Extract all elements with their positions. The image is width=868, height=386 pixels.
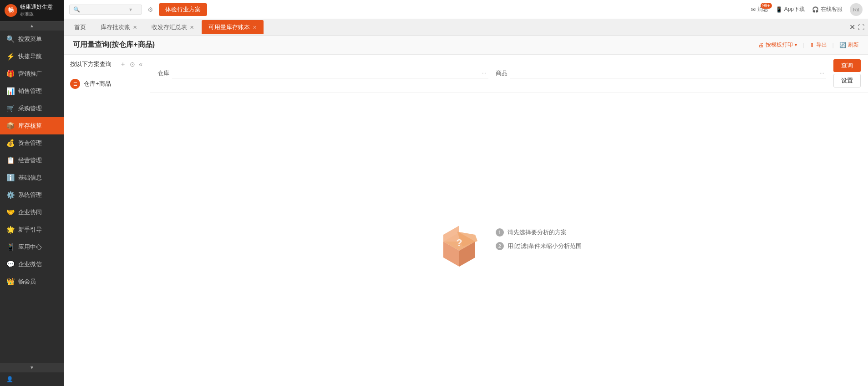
refresh-btn[interactable]: 🔄 刷新 [839,41,859,49]
tab-available-qty-close[interactable]: ✕ [253,25,257,31]
sidebar-item-search[interactable]: 🔍 搜索菜单 [0,31,64,48]
sidebar-item-system[interactable]: ⚙️ 系统管理 [0,186,64,204]
sidebar-header: 畅 畅康通好生意 标准版 [0,0,64,21]
tab-home[interactable]: 首页 [67,20,93,34]
sidebar-item-app-center[interactable]: 📱 应用中心 [0,238,64,256]
query-actions: 查询 设置 [833,59,861,87]
filter-item-warehouse-product[interactable]: ☰ 仓库+商品 [64,74,150,93]
topbar-search-area: 🔍 ▾ [69,5,142,15]
app-download-action[interactable]: 📱 App下载 [776,5,805,13]
sidebar-item-wechat[interactable]: 💬 企业微信 [0,256,64,273]
sidebar-item-label: 基础信息 [18,174,42,182]
page-title: 可用量查询(按仓库+商品) [73,40,155,50]
product-input-wrapper: ··· [510,69,827,78]
warehouse-more-btn[interactable]: ··· [480,70,488,76]
tab-available-qty[interactable]: 可用量库存账本 ✕ [202,20,264,34]
print-btn[interactable]: 🖨 按模板打印 ▾ [758,41,797,49]
sidebar-item-label: 营销推广 [18,70,42,78]
online-service-action[interactable]: 🎧 在线客服 [812,5,843,13]
sidebar-item-finance[interactable]: 💰 资金管理 [0,134,64,152]
app-edition: 标准版 [20,11,53,17]
header-divider-2: | [832,41,834,48]
refresh-label: 刷新 [848,41,859,49]
empty-tip-2: 2 用[过滤]条件来缩小分析范围 [496,242,582,250]
sidebar-item-member[interactable]: 👑 畅会员 [0,273,64,290]
app-download-icon: 📱 [776,6,782,13]
topbar-search-input[interactable] [82,6,127,13]
query-submit-btn[interactable]: 查询 [833,59,861,72]
message-action[interactable]: ✉ 消息 99+ [751,5,768,13]
warehouse-input[interactable] [172,69,480,77]
filter-settings-btn[interactable]: ⊙ [129,59,136,69]
sidebar-item-sales[interactable]: 📊 销售管理 [0,82,64,100]
filter-header: 按以下方案查询 ＋ ⊙ « [64,55,150,74]
sidebar-item-operations[interactable]: 📋 经营管理 [0,152,64,169]
basic-info-icon: ℹ️ [6,174,15,182]
refresh-icon: 🔄 [839,42,846,48]
industry-btn[interactable]: 体验行业方案 [159,3,207,16]
sidebar-item-marketing[interactable]: 🎁 营销推广 [0,65,64,82]
sidebar-item-label: 畅会员 [18,278,36,286]
warehouse-input-wrapper: ··· [172,69,488,78]
main-content: 🔍 ▾ ⚙ 体验行业方案 ✉ 消息 99+ 📱 App下载 🎧 在线客服 Rit [64,0,868,386]
product-label: 商品 [496,69,508,77]
topbar: 🔍 ▾ ⚙ 体验行业方案 ✉ 消息 99+ 📱 App下载 🎧 在线客服 Rit [64,0,868,19]
sidebar-scroll-down[interactable]: ▼ [0,363,64,372]
sidebar-item-enterprise[interactable]: 🤝 企业协同 [0,204,64,221]
topbar-actions: ✉ 消息 99+ 📱 App下载 🎧 在线客服 Rit [751,3,863,16]
warehouse-field: 仓库 ··· [157,69,488,78]
tab-home-label: 首页 [74,23,86,31]
product-input[interactable] [510,69,818,77]
sidebar-item-new-user[interactable]: 🌟 新手引导 [0,221,64,238]
sidebar-item-label: 企业协同 [18,208,42,216]
sidebar-item-label: 系统管理 [18,191,42,199]
tabs-right: ✕ ⛶ [849,23,864,31]
app-center-icon: 📱 [6,243,15,251]
tabs-close-button[interactable]: ✕ [849,23,855,31]
query-settings-btn[interactable]: 设置 [833,74,861,87]
empty-tip-text-2: 用[过滤]条件来缩小分析范围 [508,242,582,250]
product-more-btn[interactable]: ··· [818,70,826,76]
tab-batch-ledger-close[interactable]: ✕ [133,25,137,31]
sidebar-item-label: 应用中心 [18,243,42,251]
avatar[interactable]: Rit [850,3,863,16]
tabs-expand-button[interactable]: ⛶ [858,24,864,31]
sidebar-item-label: 经营管理 [18,156,42,165]
filter-item-icon: ☰ [70,79,80,89]
finance-icon: 💰 [6,139,15,147]
tab-batch-ledger[interactable]: 库存批次账 ✕ [94,20,144,34]
filter-add-btn[interactable]: ＋ [119,59,127,69]
filter-panel: 按以下方案查询 ＋ ⊙ « ☰ 仓库+商品 [64,55,150,386]
sidebar-logo: 畅 [5,4,17,17]
print-icon: 🖨 [758,42,764,48]
service-icon: 🎧 [812,6,819,13]
operations-icon: 📋 [6,156,15,165]
filter-title: 按以下方案查询 [70,60,112,68]
export-icon: ⬆ [810,42,814,48]
svg-text:?: ? [456,237,462,248]
export-btn[interactable]: ⬆ 导出 [810,41,827,49]
tab-available-qty-label: 可用量库存账本 [208,23,250,31]
empty-tip-1: 1 请先选择要分析的方案 [496,228,582,237]
sidebar-item-quick-nav[interactable]: ⚡ 快捷导航 [0,48,64,65]
print-label: 按模板打印 [766,41,793,49]
filter-collapse-btn[interactable]: « [138,59,143,69]
sidebar-item-basic-info[interactable]: ℹ️ 基础信息 [0,169,64,186]
sales-icon: 📊 [6,87,15,95]
sidebar-item-inventory[interactable]: 📦 库存核算 [0,117,64,134]
gear-icon[interactable]: ⚙ [146,4,155,15]
sidebar-item-label: 搜索菜单 [18,35,42,43]
tab-receipt-summary[interactable]: 收发存汇总表 ✕ [145,20,201,34]
tab-receipt-summary-label: 收发存汇总表 [152,23,187,31]
query-bar: 仓库 ··· 商品 ··· 查询 设置 [150,55,868,93]
print-dropdown-icon[interactable]: ▾ [795,42,797,47]
filter-actions: ＋ ⊙ « [119,59,143,69]
tab-receipt-summary-close[interactable]: ✕ [190,25,194,31]
sidebar-item-purchase[interactable]: 🛒 采购管理 [0,100,64,117]
sidebar-scroll-up[interactable]: ▲ [0,21,64,31]
page-header-actions: 🖨 按模板打印 ▾ | ⬆ 导出 | 🔄 刷新 [758,41,859,49]
sidebar-item-label: 资金管理 [18,139,42,147]
sidebar-item-label: 库存核算 [18,122,42,130]
export-label: 导出 [816,41,827,49]
dropdown-icon[interactable]: ▾ [129,6,132,13]
